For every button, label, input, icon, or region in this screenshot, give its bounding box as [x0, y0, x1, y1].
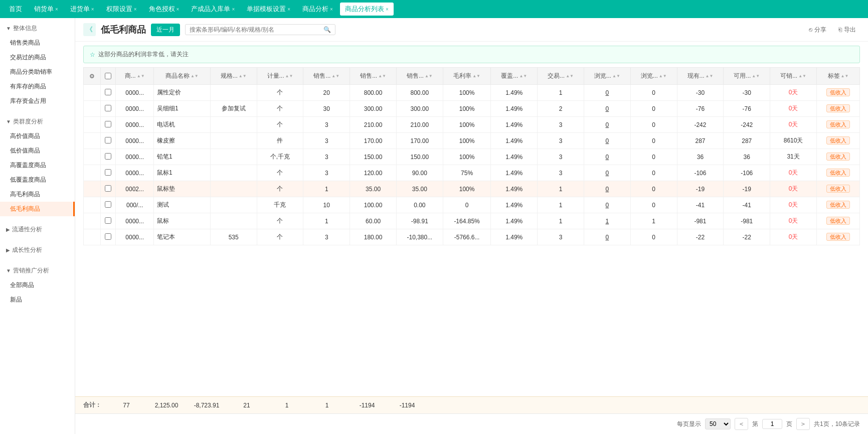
sidebar-item-new-goods[interactable]: 新品 [0, 293, 75, 307]
cell-browse1[interactable]: 0 [584, 229, 630, 245]
cell-browse1[interactable]: 0 [584, 181, 630, 197]
sidebar-item-high-margin[interactable]: 高毛利商品 [0, 187, 75, 202]
search-input[interactable] [190, 26, 321, 33]
row-checkbox[interactable] [105, 89, 111, 95]
sidebar-item-stock-capital[interactable]: 库存资金占用 [0, 94, 75, 108]
sidebar-item-high-coverage[interactable]: 高覆盖度商品 [0, 158, 75, 173]
cell-checkbox[interactable] [101, 101, 116, 117]
nav-role-auth[interactable]: 角色授权 × [144, 3, 185, 16]
cell-checkbox[interactable] [101, 149, 116, 165]
nav-close-purchase[interactable]: × [91, 7, 94, 12]
cell-checkbox[interactable] [101, 197, 116, 213]
sidebar-section-title-marketing[interactable]: ▼ 营销推广分析 [0, 263, 75, 278]
row-checkbox[interactable] [105, 169, 111, 176]
nav-purchase-order[interactable]: 进货单 × [65, 3, 99, 16]
row-checkbox[interactable] [105, 105, 111, 111]
search-icon[interactable]: 🔍 [323, 26, 331, 33]
next-page-btn[interactable]: ＞ [796, 418, 810, 430]
th-spec[interactable]: 规格...▲▼ [210, 68, 257, 85]
cell-checkbox[interactable] [101, 165, 116, 181]
th-checkbox[interactable] [101, 68, 116, 85]
sidebar-section-title-overall[interactable]: ▼ 整体信息 [0, 21, 75, 36]
nav-template-settings[interactable]: 单据模板设置 × [242, 3, 295, 16]
page-input[interactable] [762, 419, 782, 429]
sidebar-item-stock-goods[interactable]: 有库存的商品 [0, 79, 75, 94]
th-code[interactable]: 商...▲▼ [116, 68, 154, 85]
sidebar-item-high-value[interactable]: 高价值商品 [0, 129, 75, 143]
cell-checkbox[interactable] [101, 229, 116, 245]
sidebar-section-title-growth[interactable]: ▶ 成长性分析 [0, 243, 75, 257]
nav-sales-order[interactable]: 销货单 × [29, 3, 63, 16]
nav-close-sales[interactable]: × [55, 7, 58, 12]
th-unit[interactable]: 计量...▲▼ [257, 68, 303, 85]
cell-browse1[interactable]: 0 [584, 101, 630, 117]
nav-close-role[interactable]: × [177, 7, 180, 12]
th-trade-count[interactable]: 交易...▲▼ [538, 68, 584, 85]
th-sales-profit[interactable]: 销售...▲▼ [396, 68, 443, 85]
sidebar-item-low-coverage[interactable]: 低覆盖度商品 [0, 173, 75, 187]
th-available-stock[interactable]: 可用...▲▼ [724, 68, 770, 85]
sidebar-section-title-cluster[interactable]: ▼ 类群度分析 [0, 114, 75, 129]
nav-product-inbound[interactable]: 产成品入库单 × [186, 3, 240, 16]
cell-checkbox[interactable] [101, 213, 116, 229]
sidebar-item-all-goods[interactable]: 全部商品 [0, 278, 75, 293]
prev-page-btn[interactable]: ＜ [735, 418, 748, 430]
row-checkbox[interactable] [105, 201, 111, 208]
cell-unit: 个 [257, 229, 303, 245]
sidebar-item-category-rate[interactable]: 商品分类助销率 [0, 65, 75, 79]
nav-home[interactable]: 首页 [4, 3, 27, 16]
nav-product-analysis[interactable]: 商品分析 × [297, 3, 338, 16]
th-tag[interactable]: 标签▲▼ [816, 68, 859, 85]
table-area[interactable]: ⚙ 商...▲▼ 商品名称▲▼ 规格...▲▼ 计量...▲▼ 销售...▲▼ … [75, 67, 868, 396]
sidebar-item-low-margin[interactable]: 低毛利商品 [0, 202, 75, 216]
nav-close-inbound[interactable]: × [232, 7, 235, 12]
row-checkbox[interactable] [105, 217, 111, 224]
per-page-select[interactable]: 50 100 200 [705, 418, 731, 429]
th-coverage[interactable]: 覆盖...▲▼ [491, 68, 538, 85]
cell-browse1[interactable]: 0 [584, 197, 630, 213]
sidebar-collapse-btn[interactable]: 《 [83, 23, 96, 36]
cell-browse1[interactable]: 0 [584, 149, 630, 165]
nav-close-template[interactable]: × [287, 7, 290, 12]
cell-browse1[interactable]: 0 [584, 133, 630, 149]
th-browse1[interactable]: 浏览...▲▼ [584, 68, 630, 85]
th-browse2[interactable]: 浏览...▲▼ [630, 68, 677, 85]
select-all-checkbox[interactable] [105, 73, 111, 79]
row-checkbox[interactable] [105, 185, 111, 192]
row-checkbox[interactable] [105, 137, 111, 143]
nav-close-permissions[interactable]: × [134, 7, 137, 12]
th-sales-qty[interactable]: 销售...▲▼ [303, 68, 350, 85]
cell-checkbox[interactable] [101, 181, 116, 197]
cell-checkbox[interactable] [101, 85, 116, 101]
th-name[interactable]: 商品名称▲▼ [153, 68, 210, 85]
cell-browse1[interactable]: 0 [584, 85, 630, 101]
sidebar-section-title-flow[interactable]: ▶ 流通性分析 [0, 222, 75, 237]
th-saleable-days[interactable]: 可销...▲▼ [770, 68, 817, 85]
th-settings[interactable]: ⚙ [84, 68, 101, 85]
nav-analysis-list[interactable]: 商品分析列表 × [340, 3, 394, 16]
row-checkbox[interactable] [105, 233, 111, 240]
cell-browse1[interactable]: 1 [584, 213, 630, 229]
sidebar-item-low-value[interactable]: 低价值商品 [0, 143, 75, 158]
row-checkbox[interactable] [105, 121, 111, 127]
cell-browse1[interactable]: 0 [584, 165, 630, 181]
row-checkbox[interactable] [105, 153, 111, 160]
th-sales-amount[interactable]: 销售...▲▼ [350, 68, 397, 85]
export-btn[interactable]: ⎗ 导出 [834, 24, 860, 36]
cell-checkbox[interactable] [101, 117, 116, 133]
nav-permissions[interactable]: 权限设置 × [101, 3, 142, 16]
cell-checkbox[interactable] [101, 133, 116, 149]
th-current-stock[interactable]: 现有...▲▼ [677, 68, 724, 85]
sidebar-item-sales-goods[interactable]: 销售类商品 [0, 36, 75, 50]
cell-saleable-days: 0天 [770, 85, 817, 101]
sidebar-section-flow: ▶ 流通性分析 [0, 219, 75, 240]
share-btn[interactable]: ⎋ 分享 [805, 24, 830, 36]
th-gross-margin[interactable]: 毛利率▲▼ [443, 68, 491, 85]
nav-close-analysis-list[interactable]: × [386, 7, 389, 12]
cell-sales-qty: 3 [303, 133, 350, 149]
cell-current-stock: 36 [677, 149, 724, 165]
sidebar-item-traded-goods[interactable]: 交易过的商品 [0, 50, 75, 65]
filter-recent-month-btn[interactable]: 近一月 [151, 24, 180, 36]
cell-browse1[interactable]: 0 [584, 117, 630, 133]
nav-close-analysis[interactable]: × [330, 7, 333, 12]
